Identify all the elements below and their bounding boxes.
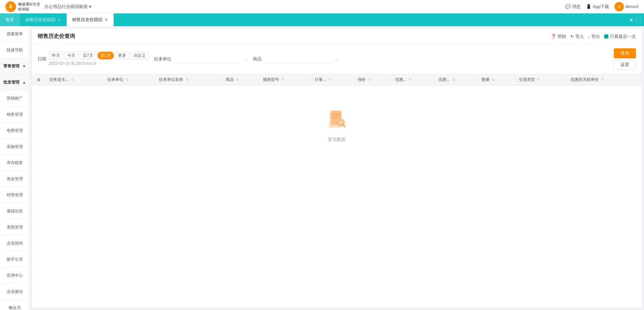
import-btn[interactable]: ↻ 导入 [570,34,584,40]
sidebar-item-app-center[interactable]: 应用中心 [0,268,29,284]
logo-area: 6 畅捷通好生意 标准版 [5,1,40,12]
help-btn[interactable]: ❓ 帮助 [551,34,566,40]
finance-label: 资金管理 [7,176,23,182]
show-last-only-checkbox[interactable] [604,34,608,39]
date-range: 2023-02-18 至 2023-03-18 [49,61,149,66]
date-last1month[interactable]: 近1月 [98,52,114,59]
tab-purchase-history[interactable]: 采购历史价跟踪 ✕ [20,13,67,26]
sidebar-item-sales-mgmt[interactable]: 销售管理 [0,107,29,123]
sidebar-item-search-menu[interactable]: 搜索菜单 [0,26,29,42]
sidebar-item-wholesale-mgmt[interactable]: 批发管理 ▲ [0,74,29,91]
date-more[interactable]: 更多 [115,52,129,59]
date-yesterday[interactable]: 昨天 [49,52,63,59]
table-col-business-date[interactable]: 业务发生... ⇅ [46,74,104,86]
table-col-counterparty-name[interactable]: 往来单位名称 ⇅ [156,74,222,86]
sidebar-item-inventory[interactable]: 库存核算 [0,155,29,171]
sidebar-item-purchase[interactable]: 采购管理 [0,139,29,155]
table-container: ⚙ 业务发生... ⇅ 往来单位 ⇅ 往来单位名称 [32,74,641,307]
date-label: 日期 [38,56,46,62]
app-download-btn[interactable]: 📱 App下载 [586,4,609,10]
empty-icon [323,106,350,133]
membership-label: 畅会员 [9,305,21,310]
filter-bar: 日期 昨天 今天 近7天 近1月 更多 自定义 2023-02-18 至 202… [32,44,641,74]
table-col-quantity[interactable]: 数量 ⇅ [478,74,515,86]
export-btn[interactable]: ↓ 导出 [588,34,600,40]
sidebar-item-quick-nav[interactable]: 快捷导航 [0,42,29,58]
sidebar-item-enterprise-wechat[interactable]: 企业微信 [0,284,29,300]
tab-purchase-label: 采购历史价跟踪 [25,17,56,23]
table-col-quote[interactable]: 报价 ⇅ [355,74,392,86]
table-col-settings[interactable]: ⚙ [32,74,46,86]
system-label: 系统管理 [7,224,23,230]
counterparty-dots[interactable]: ... [244,57,248,62]
tab-sales-history[interactable]: 销售历史价跟踪 ✕ [67,13,114,26]
sidebar-item-business[interactable]: 经营管理 [0,187,29,203]
date-custom[interactable]: 自定义 [130,52,149,59]
quick-nav-label: 快捷导航 [7,47,23,53]
wholesale-mgmt-label: 批发管理 [3,80,19,85]
close-all-tabs[interactable]: ✕ [629,17,633,23]
search-menu-label: 搜索菜单 [7,31,23,37]
sidebar-item-ecommerce[interactable]: 电商管理 [0,123,29,139]
sort-icon-counterparty-name: ⇅ [186,78,189,82]
sort-icon-quote: ⇅ [369,78,371,82]
sales-mgmt-label: 销售管理 [7,112,23,117]
user-menu[interactable]: d demo2 [614,2,639,11]
sort-icon-quantity: ⇅ [492,78,495,82]
sort-icon-counterparty: ⇅ [126,78,128,82]
page-content: 销售历史价查询 ❓ 帮助 ↻ 导入 ↓ 导出 [32,29,641,307]
sidebar-item-membership[interactable]: 畅会员 [0,300,29,310]
sidebar-item-finance[interactable]: 资金管理 [0,171,29,187]
close-purchase-tab[interactable]: ✕ [58,17,61,22]
table-col-discount2[interactable]: 优惠... ⇅ [435,74,478,86]
counterparty-filter-group: 往来单位 ... [154,55,248,63]
wholesale-mgmt-arrow: ▲ [22,81,26,84]
counterparty-label: 往来单位 [154,56,171,62]
sort-icon-transaction-type: ⇅ [537,78,540,82]
sidebar-item-new-guide[interactable]: 新手引导 [0,252,29,268]
sort-icon-pre-discount-price: ⇅ [601,78,604,82]
enterprise-label: 企业协同 [7,241,23,246]
table-col-unit[interactable]: 计量... ⇅ [311,74,355,86]
top-bar-right: 💬 消息 📱 App下载 d demo2 [565,2,639,11]
counterparty-input[interactable] [174,55,241,63]
app-selector[interactable]: 办公用品行业模拟账套 ▾ [44,4,92,10]
sidebar-item-enterprise[interactable]: 企业协同 [0,236,29,252]
enterprise-wechat-label: 企业微信 [7,289,23,295]
maximize-icon[interactable]: ⛶ [636,17,641,23]
date-last7days[interactable]: 近7天 [80,52,96,59]
avatar: d [614,2,624,11]
ecommerce-label: 电商管理 [7,128,23,134]
sidebar-item-system[interactable]: 系统管理 [0,219,29,236]
show-last-only-check[interactable]: 只看最后一次 [604,34,636,40]
table-col-spec[interactable]: 规格型号 ⇅ [259,74,311,86]
product-dots[interactable]: ... [334,57,338,62]
tab-home[interactable]: 首页 [0,13,20,26]
table-col-product[interactable]: 商品 ⇅ [222,74,259,86]
logo-text: 畅捷通好生意 标准版 [18,2,40,11]
message-icon: 💬 [565,4,571,9]
gear-icon: ⚙ [37,78,41,82]
sidebar-item-retail-mgmt[interactable]: 零售管理 ▼ [0,58,29,74]
query-button[interactable]: 查询 [614,48,636,58]
settings-button[interactable]: 设置 [614,60,636,70]
retail-mgmt-arrow: ▼ [22,64,26,68]
empty-text: 暂无数据 [328,137,345,143]
close-sales-tab[interactable]: ✕ [105,17,108,22]
empty-state: 暂无数据 [32,86,641,163]
page-title: 销售历史价查询 [38,33,75,40]
product-input[interactable] [264,55,331,63]
table-col-transaction-type[interactable]: 交易类型 ⇅ [515,74,567,86]
sidebar-item-marketing[interactable]: 营销推广 [0,91,29,107]
table-col-counterparty[interactable]: 往来单位 ⇅ [104,74,156,86]
date-today[interactable]: 今天 [64,52,78,59]
download-icon: 📱 [586,4,591,9]
messaging-btn[interactable]: 💬 消息 [565,4,581,10]
table-col-discount1[interactable]: 优惠... ⇅ [391,74,435,86]
sidebar-item-basic-info[interactable]: 基础信息 [0,203,29,219]
sort-icon-unit: ⇅ [329,78,331,82]
table-col-pre-discount-price[interactable]: 优惠前无税单价 ⇅ [567,74,641,86]
product-label: 商品 [253,56,262,62]
top-bar-left: 6 畅捷通好生意 标准版 办公用品行业模拟账套 ▾ [5,1,92,12]
app-center-label: 应用中心 [7,273,23,278]
